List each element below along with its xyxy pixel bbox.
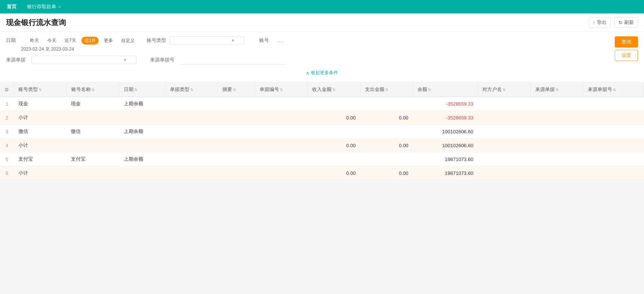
col-header-source_doc[interactable]: 来源单据⇅: [530, 82, 583, 97]
table-row: 6小计0.000.0019871073.60: [0, 166, 644, 180]
sort-icon-expense: ⇅: [385, 88, 388, 92]
refresh-button[interactable]: ↻ 刷新: [614, 17, 638, 28]
cell-expense: 0.00: [360, 139, 413, 152]
col-label-counterpart: 对方户名: [482, 87, 502, 92]
cell-doc_no: [255, 166, 308, 180]
cell-date: 上期余额: [119, 125, 165, 139]
cell-summary: [218, 111, 255, 125]
col-header-summary[interactable]: 摘要⇅: [218, 82, 255, 97]
nav-tab-4[interactable]: 银行存取款单×: [22, 0, 76, 13]
col-header-date[interactable]: 日期⇅: [119, 82, 165, 97]
cell-summary: [218, 152, 255, 166]
col-label-source_doc_no: 来源单据号: [588, 87, 612, 92]
cell-date: [119, 111, 165, 125]
query-button[interactable]: 查询: [615, 36, 638, 48]
cell-source_doc_no: [583, 97, 644, 111]
date-opt-近1月[interactable]: 近1月: [81, 37, 99, 45]
table-row: 1现金现金上期余额-3528659.33: [0, 97, 644, 111]
cell-income: 0.00: [308, 139, 360, 152]
export-button[interactable]: ↑ 导出: [589, 17, 611, 28]
nav-home[interactable]: 首页: [2, 0, 22, 13]
col-label-doc_no: 单据编号: [260, 87, 279, 92]
cell-account_name: 支付宝: [66, 152, 119, 166]
date-opt-更多[interactable]: 更多: [101, 37, 116, 45]
cell-income: [308, 152, 360, 166]
col-header-source_doc_no[interactable]: 来源单据号⇅: [583, 82, 644, 97]
collapse-bar[interactable]: ∧ 收起更多条件: [6, 68, 638, 78]
cell-settings: 2: [0, 111, 14, 125]
cell-account_name: [66, 111, 119, 125]
cell-balance: 100102606.60: [413, 139, 478, 152]
table-row: 3微信微信上期余额100102606.60: [0, 125, 644, 139]
table-settings-icon[interactable]: ⚙: [5, 87, 9, 93]
cell-source_doc_no: [583, 139, 644, 152]
date-opt-今天[interactable]: 今天: [44, 37, 59, 45]
date-opt-昨天[interactable]: 昨天: [27, 37, 42, 45]
cell-source_doc: [530, 97, 583, 111]
cell-date: [119, 166, 165, 180]
cell-source_doc_no: [583, 166, 644, 180]
col-label-account_name: 账号名称: [71, 87, 91, 92]
cell-doc_no: [255, 125, 308, 139]
cell-account_name: 现金: [66, 97, 119, 111]
account-dots[interactable]: ...: [277, 37, 283, 44]
account-type-select[interactable]: ▼: [169, 36, 244, 45]
cell-doc_no: [255, 152, 308, 166]
col-header-income[interactable]: 收入金额⇅: [308, 82, 360, 97]
sort-icon-account_name: ⇅: [92, 88, 95, 92]
col-header-account_type[interactable]: 账号类型⇅: [14, 82, 67, 97]
cell-settings: 3: [0, 125, 14, 139]
cell-counterpart: [478, 125, 531, 139]
account-type-group: 账号类型 ▼: [147, 36, 244, 45]
cell-income: [308, 97, 360, 111]
cell-doc_type: [165, 166, 218, 180]
sort-icon-balance: ⇅: [428, 88, 431, 92]
col-header-account_name[interactable]: 账号名称⇅: [66, 82, 119, 97]
sort-icon-doc_no: ⇅: [280, 88, 283, 92]
cell-source_doc_no: [583, 152, 644, 166]
cell-account_name: [66, 139, 119, 152]
table-row: 2小计0.000.00-3528659.33: [0, 111, 644, 125]
cell-source_doc: [530, 125, 583, 139]
cell-balance: -3528659.33: [413, 97, 478, 111]
date-range-display: 2023-02-24 至 2023-03-24: [21, 46, 74, 52]
right-buttons: 查询 设置: [615, 36, 638, 61]
cell-doc_no: [255, 111, 308, 125]
settings-button[interactable]: 设置: [615, 50, 638, 61]
col-label-expense: 支出金额: [365, 87, 384, 92]
filter-area: 日期 昨天今天近7天近1月更多自定义 账号类型 ▼ 账号: [0, 32, 644, 82]
collapse-label: 收起更多条件: [311, 70, 338, 76]
sort-icon-account_type: ⇅: [39, 88, 42, 92]
cell-expense: [360, 97, 413, 111]
page-header: 现金银行流水查询 ↑ 导出 ↻ 刷新: [0, 13, 644, 32]
sort-icon-doc_type: ⇅: [190, 88, 193, 92]
cell-date: 上期余额: [119, 152, 165, 166]
col-header-doc_type[interactable]: 单据类型⇅: [165, 82, 218, 97]
cell-counterpart: [478, 139, 531, 152]
cell-settings: 6: [0, 166, 14, 180]
chevron-down-icon-2: ▼: [123, 58, 127, 62]
col-header-settings: ⚙: [0, 82, 14, 97]
source-doc-select[interactable]: ▼: [32, 56, 137, 64]
date-opt-近7天[interactable]: 近7天: [62, 37, 79, 45]
balance-negative: -3528659.33: [446, 115, 473, 121]
data-table-wrapper: ⚙账号类型⇅账号名称⇅日期⇅单据类型⇅摘要⇅单据编号⇅收入金额⇅支出金额⇅余额⇅…: [0, 82, 644, 180]
filter-row-2: 来源单据 ▼ 来源单据号: [6, 55, 607, 64]
sort-icon-date: ⇅: [134, 88, 137, 92]
data-table: ⚙账号类型⇅账号名称⇅日期⇅单据类型⇅摘要⇅单据编号⇅收入金额⇅支出金额⇅余额⇅…: [0, 82, 644, 180]
source-doc-no-label: 来源单据号: [150, 57, 174, 63]
col-label-date: 日期: [124, 87, 134, 92]
cell-balance: -3528659.33: [413, 111, 478, 125]
cell-income: 0.00: [308, 166, 360, 180]
col-header-expense[interactable]: 支出金额⇅: [360, 82, 413, 97]
date-opt-自定义[interactable]: 自定义: [118, 37, 138, 45]
source-doc-no-input[interactable]: [180, 55, 285, 64]
cell-account_type: 支付宝: [14, 152, 67, 166]
cell-summary: [218, 139, 255, 152]
col-header-counterpart[interactable]: 对方户名⇅: [478, 82, 531, 97]
col-header-doc_no[interactable]: 单据编号⇅: [255, 82, 308, 97]
col-header-balance[interactable]: 余额⇅: [413, 82, 478, 97]
nav-tab-close-4[interactable]: ×: [59, 0, 61, 13]
date-filter-label: 日期: [6, 37, 21, 44]
cell-doc_type: [165, 111, 218, 125]
